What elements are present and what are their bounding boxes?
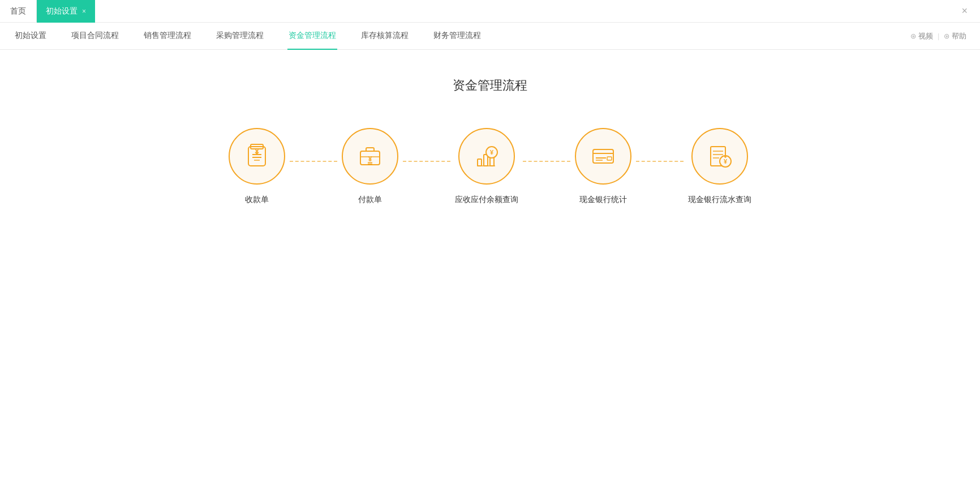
- flow-item-fukuandan[interactable]: ¥ 付款单: [342, 128, 398, 205]
- svg-rect-18: [593, 149, 613, 163]
- dots-2: [403, 161, 450, 162]
- flow-label-xianjinyinhang: 现金银行统计: [579, 195, 627, 205]
- flow-label-yingshouyue: 应收应付余额查询: [455, 195, 518, 205]
- tab-home[interactable]: 首页: [0, 0, 37, 23]
- bank-stats-icon: [589, 142, 617, 170]
- nav-item-zijinguanli[interactable]: 资金管理流程: [287, 23, 337, 50]
- connector-4: [631, 161, 688, 172]
- nav-right: ⊙ 视频 | ⊙ 帮助: [910, 31, 966, 41]
- flow-circle-liushui: ¥: [691, 128, 748, 185]
- flow-circle-yingshouyue: ¥: [458, 128, 515, 185]
- nav-item-caiwuguanli[interactable]: 财务管理流程: [432, 23, 482, 50]
- tab-active[interactable]: 初始设置 ×: [37, 0, 95, 23]
- tab-bar-right: ×: [958, 5, 980, 17]
- chart-yuan-icon: ¥: [472, 142, 501, 170]
- connector-1: [285, 161, 342, 172]
- connector-3: [518, 161, 575, 172]
- dots-1: [290, 161, 337, 162]
- tab-close-button[interactable]: ×: [82, 7, 86, 15]
- main-content: 资金管理流程 ¥ 收款单: [0, 50, 980, 501]
- flow-circle-fukuandan: ¥: [342, 128, 398, 185]
- nav-divider: |: [938, 32, 939, 40]
- flow-container: ¥ 收款单 ¥: [94, 128, 886, 205]
- page-title: 资金管理流程: [453, 77, 527, 94]
- bank-flow-icon: ¥: [706, 142, 734, 170]
- svg-text:¥: ¥: [490, 149, 494, 156]
- dots-4: [636, 161, 684, 162]
- connector-2: [398, 161, 455, 172]
- nav-item-xiangmuhetong[interactable]: 项目合同流程: [70, 23, 120, 50]
- help-link[interactable]: ⊙ 帮助: [944, 31, 966, 41]
- flow-label-liushui: 现金银行流水查询: [688, 195, 751, 205]
- flow-circle-xianjinyinhang: [575, 128, 631, 185]
- window-close-button[interactable]: ×: [958, 5, 971, 17]
- nav-item-caigouguanli[interactable]: 采购管理流程: [215, 23, 265, 50]
- tab-bar: 首页 初始设置 × ×: [0, 0, 980, 23]
- flow-item-xianjinyinhang[interactable]: 现金银行统计: [575, 128, 631, 205]
- flow-label-fukuandan: 付款单: [358, 195, 382, 205]
- svg-text:¥: ¥: [724, 158, 728, 165]
- receipt-yuan-icon: ¥: [243, 142, 271, 170]
- flow-item-liushui[interactable]: ¥ 现金银行流水查询: [688, 128, 751, 205]
- tab-active-label: 初始设置: [46, 6, 78, 16]
- nav-item-xiaoshouguanli[interactable]: 销售管理流程: [143, 23, 192, 50]
- flow-circle-shokuandan: ¥: [229, 128, 285, 185]
- svg-rect-12: [478, 159, 482, 166]
- video-link[interactable]: ⊙ 视频: [910, 31, 933, 41]
- flow-item-yingshouyue[interactable]: ¥ 应收应付余额查询: [455, 128, 518, 205]
- nav-item-chushishezhi[interactable]: 初始设置: [14, 23, 48, 50]
- briefcase-yuan-icon: ¥: [356, 142, 384, 170]
- nav-menu: 初始设置 项目合同流程 销售管理流程 采购管理流程 资金管理流程 库存核算流程 …: [0, 23, 980, 50]
- nav-item-kucunhesuan[interactable]: 库存核算流程: [360, 23, 410, 50]
- svg-text:¥: ¥: [368, 155, 372, 163]
- dots-3: [523, 161, 570, 162]
- flow-item-shokuandan[interactable]: ¥ 收款单: [229, 128, 285, 205]
- svg-rect-22: [607, 157, 612, 160]
- flow-label-shokuandan: 收款单: [245, 195, 269, 205]
